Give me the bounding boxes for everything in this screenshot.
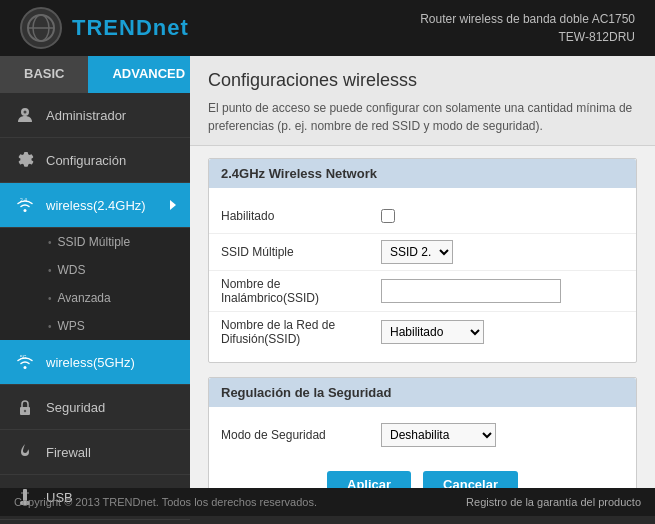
modo-seguridad-select[interactable]: Deshabilita WEP WPA Personal WPA Enterpr… (381, 423, 496, 447)
habilitado-control (381, 209, 624, 223)
nombre-red-label: Nombre de la Red de Difusión(SSID) (221, 318, 381, 346)
field-nombre-red: Nombre de la Red de Difusión(SSID) Habil… (209, 312, 636, 352)
svg-point-8 (24, 410, 26, 412)
router-name: TEW-812DRU (420, 28, 635, 46)
modo-seguridad-label: Modo de Seguridad (221, 428, 381, 442)
section-24-header: 2.4GHz Wireless Network (209, 159, 636, 188)
ssid-multiple-select[interactable]: SSID 2. SSID 1 SSID 3 SSID 4 (381, 240, 453, 264)
header: TRENDnet Router wireless de banda doble … (0, 0, 655, 56)
apply-button[interactable]: Aplicar (327, 471, 411, 488)
svg-point-4 (24, 111, 27, 114)
nombre-red-select[interactable]: Habilitado Deshabilitado (381, 320, 484, 344)
svg-text:5G: 5G (20, 354, 27, 360)
svg-text:2.4: 2.4 (20, 197, 27, 203)
logo-area: TRENDnet (20, 7, 189, 49)
submenu-wps[interactable]: WPS (0, 312, 190, 340)
wireless-5-label: wireless(5GHz) (46, 355, 135, 370)
page-description: El punto de acceso se puede configurar c… (208, 99, 637, 135)
field-nombre-inalambrico: Nombre de Inalámbrico(SSID) (209, 271, 636, 312)
field-modo-seguridad: Modo de Seguridad Deshabilita WEP WPA Pe… (209, 417, 636, 453)
wireless-24-label: wireless(2.4GHz) (46, 198, 146, 213)
administrador-label: Administrador (46, 108, 126, 123)
firewall-label: Firewall (46, 445, 91, 460)
button-row: Aplicar Cancelar (209, 463, 636, 488)
sidebar-item-firewall[interactable]: Firewall (0, 430, 190, 475)
content-body: 2.4GHz Wireless Network Habilitado SSID … (190, 146, 655, 488)
gear-icon (14, 149, 36, 171)
nombre-inalambrico-control (381, 279, 624, 303)
configuracion-label: Configuración (46, 153, 126, 168)
modo-seguridad-control: Deshabilita WEP WPA Personal WPA Enterpr… (381, 423, 624, 447)
svg-rect-12 (27, 492, 29, 494)
habilitado-checkbox[interactable] (381, 209, 395, 223)
submenu-wds[interactable]: WDS (0, 256, 190, 284)
page-title: Configuraciones wirelesss (208, 70, 637, 91)
logo-text: TRENDnet (72, 15, 189, 41)
cancel-button[interactable]: Cancelar (423, 471, 518, 488)
footer-copyright: Copyright © 2013 TRENDnet. Todos los der… (14, 496, 317, 508)
nombre-red-control: Habilitado Deshabilitado (381, 320, 624, 344)
seguridad-label: Seguridad (46, 400, 105, 415)
submenu-24: SSID Múltiple WDS Avanzada WPS (0, 228, 190, 340)
sidebar: BASIC ADVANCED Administrador Co (0, 56, 190, 488)
wifi-24-icon: 2.4 (14, 194, 36, 216)
nombre-inalambrico-label: Nombre de Inalámbrico(SSID) (221, 277, 381, 305)
tab-bar: BASIC ADVANCED (0, 56, 190, 93)
admin-icon (14, 104, 36, 126)
sidebar-item-configuracion[interactable]: Configuración (0, 138, 190, 183)
section-24ghz: 2.4GHz Wireless Network Habilitado SSID … (208, 158, 637, 363)
content-header: Configuraciones wirelesss El punto de ac… (190, 56, 655, 146)
nombre-inalambrico-input[interactable] (381, 279, 561, 303)
lock-icon (14, 396, 36, 418)
sidebar-item-seguridad[interactable]: Seguridad (0, 385, 190, 430)
expand-arrow (170, 200, 176, 210)
svg-rect-11 (21, 492, 23, 494)
sidebar-item-administrador[interactable]: Administrador (0, 93, 190, 138)
submenu-avanzada[interactable]: Avanzada (0, 284, 190, 312)
field-ssid-multiple: SSID Múltiple SSID 2. SSID 1 SSID 3 SSID… (209, 234, 636, 271)
logo-icon (20, 7, 62, 49)
wifi-5-icon: 5G (14, 351, 36, 373)
section-security: Regulación de la Seguridad Modo de Segur… (208, 377, 637, 488)
tab-basic[interactable]: BASIC (0, 56, 88, 93)
sidebar-item-wireless-24[interactable]: 2.4 wireless(2.4GHz) (0, 183, 190, 228)
habilitado-label: Habilitado (221, 209, 381, 223)
content-area: Configuraciones wirelesss El punto de ac… (190, 56, 655, 488)
sidebar-item-wireless-5[interactable]: 5G wireless(5GHz) (0, 340, 190, 385)
submenu-ssid-multiple[interactable]: SSID Múltiple (0, 228, 190, 256)
ssid-multiple-control: SSID 2. SSID 1 SSID 3 SSID 4 (381, 240, 624, 264)
field-habilitado: Habilitado (209, 198, 636, 234)
router-model: Router wireless de banda doble AC1750 (420, 10, 635, 28)
footer-warranty[interactable]: Registro de la garantía del producto (466, 496, 641, 508)
main-layout: BASIC ADVANCED Administrador Co (0, 56, 655, 488)
section-security-body: Modo de Seguridad Deshabilita WEP WPA Pe… (209, 407, 636, 463)
section-security-header: Regulación de la Seguridad (209, 378, 636, 407)
ssid-multiple-label: SSID Múltiple (221, 245, 381, 259)
section-24-body: Habilitado SSID Múltiple SSID 2. SSID 1 (209, 188, 636, 362)
fire-icon (14, 441, 36, 463)
header-info: Router wireless de banda doble AC1750 TE… (420, 10, 635, 46)
